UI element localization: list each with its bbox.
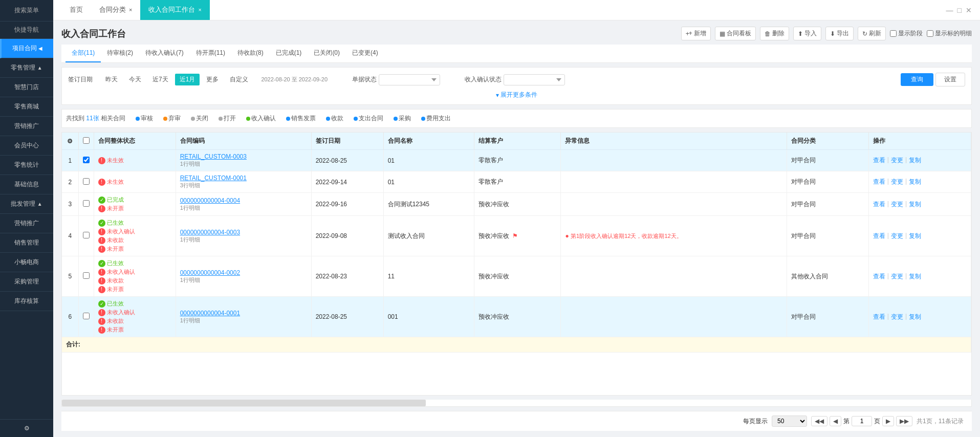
sidebar-item-marketing2[interactable]: 营销推广 — [0, 214, 53, 233]
purchase-btn[interactable]: 采购 — [389, 113, 415, 124]
sidebar-search[interactable]: 搜索菜单 — [0, 0, 53, 21]
date-btn-yesterday[interactable]: 昨天 — [101, 74, 122, 85]
copy-link[interactable]: 复制 — [909, 200, 921, 209]
contract-code-link[interactable]: RETAIL_CUSTOM-0001 — [180, 174, 247, 182]
copy-link[interactable]: 复制 — [909, 156, 921, 165]
date-btn-custom[interactable]: 自定义 — [225, 74, 253, 85]
sales-invoice-btn[interactable]: 销售发票 — [282, 113, 320, 124]
refresh-button[interactable]: ↻ 刷新 — [858, 27, 886, 40]
sidebar-settings[interactable]: ⚙ — [0, 419, 53, 437]
row-checkbox[interactable] — [83, 178, 90, 185]
tab-contract-cat[interactable]: 合同分类 × — [91, 0, 140, 20]
contract-code-link[interactable]: RETAIL_CUSTOM-0003 — [180, 153, 247, 160]
filter-tab-pending-confirm[interactable]: 待收入确认(7) — [139, 45, 190, 62]
row-checkbox[interactable] — [83, 272, 90, 279]
filter-tab-all[interactable]: 全部(11) — [66, 45, 101, 62]
pay-contract-btn[interactable]: 支出合同 — [350, 113, 387, 124]
tab-home[interactable]: 首页 — [61, 0, 91, 20]
tab-close-icon[interactable]: × — [198, 7, 201, 13]
sidebar-item-wholesale[interactable]: 批发管理 ▲ — [0, 194, 53, 214]
review-btn[interactable]: 审核 — [132, 113, 157, 124]
next-page-btn[interactable]: ▶ — [882, 416, 894, 426]
import-button[interactable]: ⬆ 导入 — [793, 27, 821, 40]
col-settings[interactable]: ⚙ — [62, 133, 78, 150]
date-btn-last1month[interactable]: 近1月 — [175, 74, 200, 85]
prev-page-btn[interactable]: ◀ — [830, 416, 841, 426]
sidebar-item-inventory[interactable]: 库存核算 — [0, 292, 53, 311]
new-button[interactable]: + + 新增 — [681, 27, 711, 40]
contract-code-link[interactable]: 0000000000004-0002 — [180, 269, 240, 276]
filter-tab-closed[interactable]: 已关闭(0) — [308, 45, 346, 62]
window-minimize-btn[interactable]: — — [946, 6, 953, 14]
view-link[interactable]: 查看 — [873, 232, 885, 241]
expense-pay-btn[interactable]: 费用支出 — [417, 113, 455, 124]
view-link[interactable]: 查看 — [873, 156, 885, 165]
row-checkbox[interactable] — [83, 157, 90, 163]
change-link[interactable]: 变更 — [891, 178, 903, 186]
last-page-btn[interactable]: ▶▶ — [896, 416, 912, 426]
contract-code-link[interactable]: 0000000000004-0001 — [180, 310, 240, 317]
change-link[interactable]: 变更 — [891, 313, 903, 321]
view-link[interactable]: 查看 — [873, 178, 885, 186]
tab-close-icon[interactable]: × — [129, 7, 132, 13]
row-checkbox[interactable] — [83, 313, 90, 319]
copy-link[interactable]: 复制 — [909, 272, 921, 281]
change-link[interactable]: 变更 — [891, 200, 903, 209]
kanban-button[interactable]: ▦ 合同看板 — [715, 27, 756, 40]
filter-tab-pending-invoice[interactable]: 待开票(11) — [190, 45, 231, 62]
close-contract-btn[interactable]: 关闭 — [187, 113, 212, 124]
sidebar-item-basic-info[interactable]: 基础信息 — [0, 175, 53, 194]
row-checkbox[interactable] — [83, 200, 90, 207]
date-btn-today[interactable]: 今天 — [124, 74, 146, 85]
collection-btn[interactable]: 收款 — [322, 113, 347, 124]
copy-link[interactable]: 复制 — [909, 178, 921, 186]
sidebar-item-sales-mgmt[interactable]: 销售管理 — [0, 233, 53, 253]
set-button[interactable]: 设置 — [935, 73, 965, 86]
expand-button[interactable]: ▾ 展开更多条件 — [496, 91, 537, 99]
sidebar-item-marketing[interactable]: 营销推广 — [0, 117, 53, 136]
copy-link[interactable]: 复制 — [909, 313, 921, 321]
date-btn-last7[interactable]: 近7天 — [148, 74, 173, 85]
date-btn-more[interactable]: 更多 — [202, 74, 223, 85]
page-size-select[interactable]: 50 10 20 100 — [772, 416, 807, 427]
filter-tab-pending-payment[interactable]: 待收款(8) — [231, 45, 270, 62]
income-confirm-select[interactable] — [504, 74, 565, 85]
filter-tab-pending-review[interactable]: 待审核(2) — [101, 45, 139, 62]
show-detail-checkbox[interactable]: 显示标的明细 — [927, 29, 972, 38]
filter-tab-completed[interactable]: 已完成(1) — [270, 45, 308, 62]
abandon-btn[interactable]: 弃审 — [159, 113, 185, 124]
sidebar-item-retail-mall[interactable]: 零售商城 — [0, 97, 53, 117]
sidebar-item-purchase[interactable]: 采购管理 — [0, 272, 53, 292]
sidebar-item-retail-stats[interactable]: 零售统计 — [0, 156, 53, 175]
view-link[interactable]: 查看 — [873, 272, 885, 281]
change-link[interactable]: 变更 — [891, 156, 903, 165]
delete-button[interactable]: 🗑 删除 — [760, 27, 789, 40]
income-confirm-btn[interactable]: 收入确认 — [242, 113, 280, 124]
change-link[interactable]: 变更 — [891, 272, 903, 281]
row-checkbox[interactable] — [83, 232, 90, 238]
tab-income-contract[interactable]: 收入合同工作台 × — [140, 0, 209, 20]
page-number-input[interactable] — [852, 416, 872, 426]
contract-code-link[interactable]: 0000000000004-0003 — [180, 229, 240, 236]
export-button[interactable]: ⬇ 导出 — [825, 27, 854, 40]
first-page-btn[interactable]: ◀◀ — [811, 416, 827, 426]
copy-link[interactable]: 复制 — [909, 232, 921, 241]
sidebar-item-ecommerce[interactable]: 小畅电商 — [0, 253, 53, 272]
show-stage-checkbox[interactable]: 显示阶段 — [890, 29, 923, 38]
sidebar-item-project[interactable]: 项目合同 ◀ — [0, 39, 53, 58]
h-scrollbar[interactable] — [61, 400, 972, 407]
open-btn[interactable]: 打开 — [214, 113, 240, 124]
sidebar-item-smart-store[interactable]: 智慧门店 — [0, 78, 53, 97]
filter-tab-changed[interactable]: 已变更(4) — [346, 45, 384, 62]
change-link[interactable]: 变更 — [891, 232, 903, 241]
contract-code-link[interactable]: 0000000000004-0004 — [180, 197, 240, 204]
sidebar-nav[interactable]: 快捷导航 — [0, 21, 53, 39]
window-close-btn[interactable]: ✕ — [966, 6, 972, 14]
query-button[interactable]: 查询 — [901, 73, 933, 86]
sidebar-item-retail-mgmt[interactable]: 零售管理 ▲ — [0, 58, 53, 78]
select-all-checkbox[interactable] — [83, 137, 90, 144]
view-link[interactable]: 查看 — [873, 313, 885, 321]
window-maximize-btn[interactable]: □ — [957, 6, 962, 14]
sidebar-item-member[interactable]: 会员中心 — [0, 136, 53, 156]
view-link[interactable]: 查看 — [873, 200, 885, 209]
